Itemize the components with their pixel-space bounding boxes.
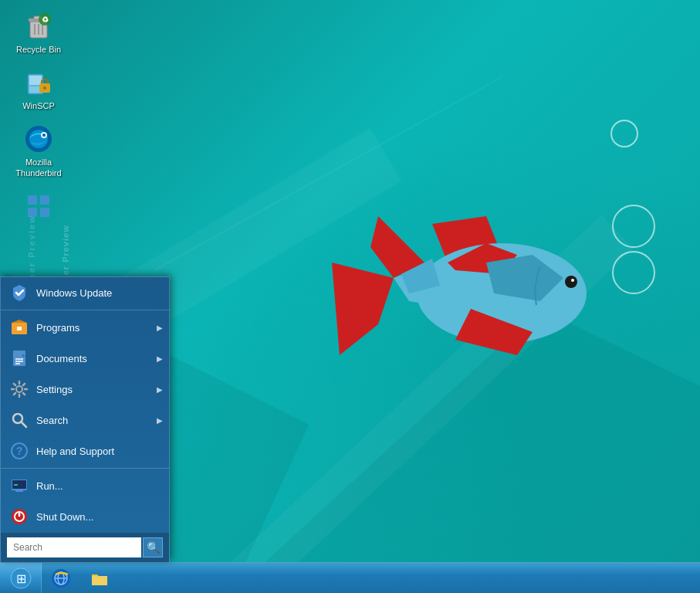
svg-marker-5 bbox=[332, 263, 394, 355]
menu-item-help-support[interactable]: ? Help and Support bbox=[1, 435, 169, 466]
documents-label: Documents bbox=[36, 353, 87, 364]
svg-rect-36 bbox=[40, 208, 49, 217]
svg-point-28 bbox=[43, 86, 46, 90]
svg-point-32 bbox=[42, 134, 46, 137]
grid-app-image bbox=[23, 191, 54, 222]
menu-separator-2 bbox=[1, 468, 169, 469]
thunderbird-image bbox=[23, 124, 54, 154]
search-input[interactable] bbox=[7, 537, 141, 557]
thunderbird-icon[interactable]: Mozilla Thunderbird bbox=[8, 120, 69, 181]
windows-update-icon bbox=[10, 283, 29, 302]
start-menu: Windows Update Programs ▶ bbox=[0, 276, 170, 562]
start-menu-search-bar: 🔍 bbox=[1, 532, 169, 562]
svg-point-15 bbox=[571, 279, 574, 282]
svg-point-14 bbox=[565, 276, 577, 288]
thunderbird-label: Mozilla Thunderbird bbox=[11, 158, 66, 178]
svg-text:♻: ♻ bbox=[42, 15, 49, 24]
settings-label: Settings bbox=[36, 384, 73, 395]
svg-rect-54 bbox=[15, 490, 23, 492]
documents-icon bbox=[10, 349, 29, 368]
menu-item-search[interactable]: Search ▶ bbox=[1, 405, 169, 435]
run-icon bbox=[10, 476, 29, 495]
settings-icon bbox=[10, 380, 29, 398]
svg-point-46 bbox=[16, 386, 22, 392]
svg-marker-38 bbox=[12, 320, 27, 323]
svg-rect-39 bbox=[17, 327, 22, 330]
help-support-label: Help and Support bbox=[36, 446, 114, 457]
search-arrow: ▶ bbox=[157, 416, 163, 425]
search-button[interactable]: 🔍 bbox=[143, 537, 163, 557]
svg-text:⊞: ⊞ bbox=[15, 572, 25, 585]
documents-arrow: ▶ bbox=[157, 354, 163, 363]
taskbar-ie-button[interactable] bbox=[42, 563, 80, 594]
programs-label: Programs bbox=[36, 322, 79, 334]
menu-item-shutdown[interactable]: Shut Down... bbox=[1, 501, 169, 532]
shutdown-icon bbox=[10, 507, 29, 526]
taskbar-folder-button[interactable] bbox=[80, 563, 119, 594]
start-button[interactable]: ⊞ bbox=[0, 563, 42, 594]
search-label: Search bbox=[36, 415, 68, 426]
help-icon: ? bbox=[10, 442, 29, 460]
svg-rect-42 bbox=[13, 351, 22, 357]
search-menu-icon bbox=[10, 411, 29, 429]
circle-decoration-2 bbox=[612, 205, 655, 248]
shutdown-label: Shut Down... bbox=[36, 511, 93, 523]
desktop-icons-container: ♻ Recycle Bin WinSCP bbox=[0, 0, 77, 242]
recycle-bin-image: ♻ bbox=[23, 11, 54, 42]
recycle-bin-label: Recycle Bin bbox=[16, 45, 61, 55]
run-label: Run... bbox=[36, 480, 63, 492]
programs-icon bbox=[10, 318, 29, 337]
windows-update-label: Windows Update bbox=[36, 287, 112, 299]
fish-decoration bbox=[332, 201, 625, 402]
svg-line-48 bbox=[22, 422, 27, 428]
programs-arrow: ▶ bbox=[157, 324, 163, 332]
menu-separator-1 bbox=[1, 310, 169, 310]
circle-decoration-3 bbox=[612, 251, 655, 294]
svg-rect-34 bbox=[40, 195, 49, 205]
winscp-label: WinSCP bbox=[22, 101, 55, 111]
menu-item-windows-update[interactable]: Windows Update bbox=[1, 277, 169, 308]
settings-arrow: ▶ bbox=[157, 385, 163, 394]
grid-app-icon[interactable] bbox=[8, 188, 69, 228]
menu-item-settings[interactable]: Settings ▶ bbox=[1, 374, 169, 405]
menu-item-documents[interactable]: Documents ▶ bbox=[1, 343, 169, 374]
svg-rect-25 bbox=[29, 76, 42, 85]
circle-decoration-1 bbox=[610, 120, 638, 147]
svg-rect-33 bbox=[28, 195, 37, 205]
taskbar: ⊞ bbox=[0, 562, 700, 593]
winscp-image bbox=[23, 67, 54, 98]
svg-text:?: ? bbox=[16, 445, 23, 457]
winscp-icon[interactable]: WinSCP bbox=[8, 64, 69, 114]
menu-item-programs[interactable]: Programs ▶ bbox=[1, 312, 169, 343]
menu-item-run[interactable]: Run... bbox=[1, 470, 169, 501]
svg-rect-35 bbox=[28, 208, 37, 217]
desktop: ♻ Recycle Bin WinSCP bbox=[0, 0, 700, 593]
recycle-bin-icon[interactable]: ♻ Recycle Bin bbox=[8, 8, 69, 58]
